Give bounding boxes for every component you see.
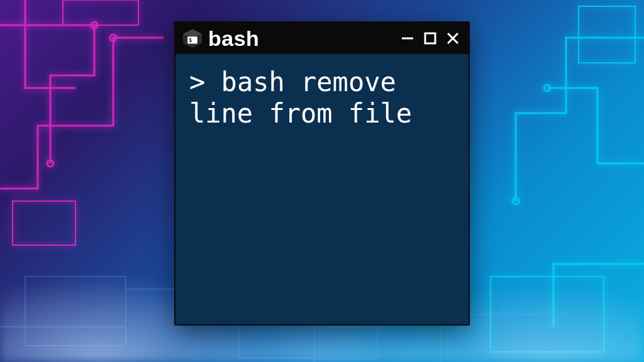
svg-rect-7	[579, 6, 635, 63]
minimize-button[interactable]	[401, 31, 414, 45]
svg-text:$: $	[189, 37, 192, 43]
terminal-icon: $	[182, 28, 203, 49]
window-title: bash	[208, 26, 396, 51]
maximize-button[interactable]	[423, 31, 437, 45]
prompt-symbol: >	[189, 67, 205, 97]
terminal-command: bash remove line from file	[189, 67, 412, 129]
close-button[interactable]	[446, 31, 460, 45]
terminal-body[interactable]: > bash remove line from file	[175, 54, 469, 324]
svg-rect-3	[63, 0, 138, 25]
window-controls	[401, 31, 462, 45]
svg-rect-16	[425, 33, 435, 43]
titlebar[interactable]: $ bash	[175, 23, 469, 54]
terminal-window: $ bash > bash remove line from file	[174, 21, 470, 326]
